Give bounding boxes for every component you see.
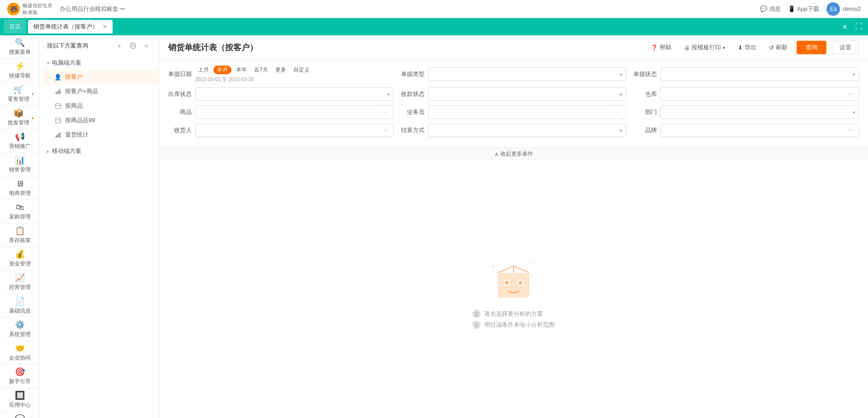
goods-label: 商品 xyxy=(168,108,192,116)
sidebar-item-search-menu[interactable]: 🔍 搜索菜单 xyxy=(0,35,39,59)
settings-btn[interactable]: 设置 xyxy=(832,41,859,54)
sidebar-item-new-guide[interactable]: 🎯 新手引导 xyxy=(0,365,39,388)
receipt-status-select[interactable]: ▾ xyxy=(428,87,627,101)
out-status-select[interactable]: ▾ xyxy=(195,87,394,101)
sidebar-item-wholesale-mgmt[interactable]: 📦 批发管理 ▴ xyxy=(0,106,39,129)
scheme-group-mobile-header[interactable]: ▸ 移动端方案 xyxy=(40,144,159,158)
tab-home[interactable]: 首页 xyxy=(4,20,26,33)
order-type-select[interactable]: ▾ xyxy=(428,67,627,81)
logo-icon: 🐻 xyxy=(7,3,20,15)
lightning-icon: ⚡ xyxy=(15,61,25,71)
chevron-down-icon: ▾ xyxy=(620,128,622,133)
date-tab-this-month[interactable]: 本月 xyxy=(213,66,231,74)
filter-field-payment: 结算方式 ▾ xyxy=(401,124,627,137)
query-btn[interactable]: 查询 xyxy=(797,41,826,54)
industry-select[interactable]: 办公用品行业模拟账套 ▾ xyxy=(56,3,128,15)
order-status-select[interactable]: ▾ xyxy=(660,67,859,81)
dots-icon[interactable]: ··· xyxy=(847,90,853,98)
goods-select[interactable]: ··· xyxy=(195,105,394,119)
chevron-down-icon: ▾ xyxy=(387,92,390,97)
brand-dots-icon[interactable]: ··· xyxy=(847,126,853,134)
filter-row-4: 收货人 ··· 结算方式 ▾ 品牌 xyxy=(168,124,859,137)
purchase-icon: 🛍 xyxy=(16,203,24,212)
user-icon: 👤 xyxy=(54,73,61,81)
sidebar-item-enterprise-wechat[interactable]: 💬 企业微信 xyxy=(0,412,39,418)
message-icon: 💬 xyxy=(760,5,767,12)
staff-dots-icon[interactable]: ··· xyxy=(614,108,620,116)
staff-select[interactable]: ··· xyxy=(428,105,627,119)
help-btn[interactable]: ❓ 帮助 xyxy=(647,42,675,53)
svg-rect-3 xyxy=(56,92,57,94)
sidebar-item-enterprise-collab[interactable]: 🤝 企业协同 xyxy=(0,341,39,365)
date-tab-this-year[interactable]: 本年 xyxy=(233,66,250,74)
brand-select[interactable]: ··· xyxy=(660,124,859,137)
sidebar-item-sales-mgmt[interactable]: 📊 销售管理 xyxy=(0,153,39,176)
filter-row-2: 出库状态 ▾ 收款状态 ▾ 仓库 xyxy=(168,87,859,101)
dept-select[interactable]: ▾ xyxy=(660,105,859,119)
filter-field-dept: 部门 ▾ xyxy=(633,105,859,119)
tab-expand-btn[interactable]: ⛶ xyxy=(854,21,864,32)
filter-field-goods: 商品 ··· xyxy=(168,105,394,119)
collapse-filter-btn[interactable]: « xyxy=(142,41,151,51)
tab-bar: 首页 销货单统计表（按客户） ✕ ✕ ⛶ xyxy=(0,18,868,35)
tab-close-icon[interactable]: ✕ xyxy=(103,24,107,30)
sidebar-item-app-center[interactable]: 🔲 应用中心 xyxy=(0,388,39,412)
sidebar-item-basic-info[interactable]: 📄 基础信息 xyxy=(0,294,39,318)
sidebar-item-finance[interactable]: 💰 资金管理 xyxy=(0,247,39,271)
export-btn[interactable]: ⬇ 导出 xyxy=(734,42,760,53)
marketing-icon: 📢 xyxy=(15,132,25,142)
date-tab-custom[interactable]: 自定义 xyxy=(291,66,312,74)
expand-icon: ▾ xyxy=(47,61,49,66)
payment-select[interactable]: ▾ xyxy=(428,124,627,137)
date-label: 单据日期 xyxy=(168,70,192,78)
sidebar-item-ecom-mgmt[interactable]: 🖥 电商管理 xyxy=(0,176,39,200)
logo-area: 🐻 畅捷信好生意 标准版 xyxy=(7,2,52,15)
app-center-icon: 🔲 xyxy=(15,390,25,400)
chevron-down-icon: ▾ xyxy=(853,72,855,77)
scheme-group-desktop: ▾ 电脑端方案 👤 按客户 按客户+商品 xyxy=(40,56,159,142)
tab-close-btn[interactable]: ✕ xyxy=(839,21,850,32)
add-scheme-btn[interactable]: + xyxy=(114,41,124,51)
date-tab-last-month[interactable]: 上月 xyxy=(195,66,212,74)
scheme-item-by-customer[interactable]: 👤 按客户 xyxy=(43,70,159,84)
date-tab-7days[interactable]: 近7天 xyxy=(251,66,271,74)
step-1-num: 1 xyxy=(472,310,481,318)
collapse-row[interactable]: ∧ 收起更多条件 xyxy=(159,147,868,161)
goods-dots-icon[interactable]: ··· xyxy=(382,108,387,116)
app-download-btn[interactable]: 📱 App下载 xyxy=(788,5,819,13)
scheme-item-by-goods-99[interactable]: 按商品品99 xyxy=(43,113,159,128)
empty-state: ✦ ✦ ✦ 1 请先选择要分析的方案 2 用过滤条件来缩小分析范围 xyxy=(159,161,868,418)
scheme-item-by-customer-goods[interactable]: 按客户+商品 xyxy=(43,84,159,99)
print-chevron-icon: ▾ xyxy=(723,45,725,50)
sidebar-item-purchase-mgmt[interactable]: 🛍 采购管理 xyxy=(0,200,39,223)
refresh-btn[interactable]: ↺ 刷新 xyxy=(765,42,791,53)
empty-steps: 1 请先选择要分析的方案 2 用过滤条件来缩小分析范围 xyxy=(472,310,555,329)
warehouse-select[interactable]: ··· xyxy=(660,87,859,101)
tab-sales-stat[interactable]: 销货单统计表（按客户） ✕ xyxy=(28,20,113,33)
svg-text:✦: ✦ xyxy=(491,263,495,270)
message-btn[interactable]: 💬 消息 xyxy=(760,5,781,13)
scheme-item-by-goods[interactable]: 按商品 xyxy=(43,99,159,113)
consignee-select[interactable]: ··· xyxy=(195,124,394,137)
refresh-icon: ↺ xyxy=(769,44,774,51)
date-tab-more[interactable]: 更多 xyxy=(273,66,289,74)
scheme-group-desktop-header[interactable]: ▾ 电脑端方案 xyxy=(40,56,159,70)
filter-row-1: 单据日期 上月 本月 本年 近7天 更多 自定义 2023-03-01 至 20… xyxy=(168,66,859,83)
consignee-dots-icon[interactable]: ··· xyxy=(382,126,387,134)
scheme-item-return-stat[interactable]: 退货统计 xyxy=(43,128,159,142)
sidebar-item-business-mgmt[interactable]: 📈 经营管理 xyxy=(0,271,39,294)
sidebar-item-inventory[interactable]: 📋 库存核算 xyxy=(0,223,39,247)
filter-field-consignee: 收货人 ··· xyxy=(168,124,394,137)
sidebar-item-system-mgmt[interactable]: ⚙️ 系统管理 xyxy=(0,318,39,341)
sidebar-item-marketing[interactable]: 📢 营销推广 xyxy=(0,129,39,153)
date-range-text: 2023-03-01 至 2023-03-31 xyxy=(195,76,394,83)
sidebar-item-quick-nav[interactable]: ⚡ 快捷导航 xyxy=(0,59,39,82)
svg-rect-13 xyxy=(498,273,529,298)
page-header: 销货单统计表（按客户） ❓ 帮助 🖨 按模板打印 ▾ ⬇ xyxy=(159,35,868,60)
sidebar-item-retail-mgmt[interactable]: 🛒 零售管理 ▾ xyxy=(0,82,39,106)
edit-scheme-btn[interactable] xyxy=(128,41,138,51)
goods-icon xyxy=(54,102,61,109)
user-area[interactable]: Ea demo2 xyxy=(826,2,861,16)
template-print-btn[interactable]: 🖨 按模板打印 ▾ xyxy=(680,42,729,53)
collapse-btn[interactable]: ∧ 收起更多条件 xyxy=(495,150,533,158)
